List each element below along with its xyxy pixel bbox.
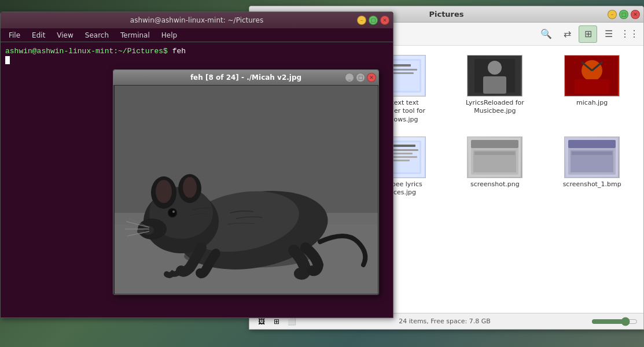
view-compact-button[interactable]: ⋮⋮: [620, 25, 639, 43]
svg-rect-15: [483, 76, 506, 94]
file-name: LyricsReloaded for Musicbee.jpg: [463, 99, 527, 116]
svg-rect-18: [575, 79, 609, 94]
terminal-line-2: [5, 56, 388, 64]
terminal-prompt: ashwin@ashwin-linux-mint:~/Pictures$: [5, 47, 168, 56]
terminal-cursor: [5, 56, 10, 64]
svg-point-14: [488, 61, 502, 75]
search-button[interactable]: 🔍: [537, 25, 555, 43]
terminal-titlebar: ashwin@ashwin-linux-mint: ~/Pictures – □…: [1, 12, 393, 28]
nemo-window-controls: – □ ✕: [608, 10, 640, 19]
svg-rect-35: [471, 140, 518, 148]
svg-rect-38: [474, 157, 509, 160]
list-item[interactable]: screenshot.png: [450, 133, 541, 201]
svg-point-65: [172, 211, 175, 213]
nemo-maximize-button[interactable]: □: [619, 10, 628, 19]
file-thumbnail: [467, 55, 522, 97]
feh-image-area[interactable]: [113, 85, 378, 294]
terminal-minimize-button[interactable]: –: [357, 16, 366, 25]
feh-close-button[interactable]: ✕: [367, 73, 376, 82]
file-name: screenshot.png: [470, 180, 520, 189]
terminal-command: feh: [172, 47, 186, 56]
list-item[interactable]: micah.jpg: [546, 51, 638, 127]
feh-window: feh [8 of 24] - ./Micah v2.jpg _ □ ✕: [113, 69, 379, 295]
terminal-maximize-button[interactable]: □: [369, 16, 378, 25]
terminal-menubar: File Edit View Search Terminal Help: [1, 28, 393, 42]
menu-edit[interactable]: Edit: [26, 30, 51, 40]
menu-help[interactable]: Help: [156, 30, 183, 40]
svg-rect-41: [568, 140, 616, 148]
svg-rect-43: [572, 152, 612, 155]
nemo-title: Pictures: [429, 10, 463, 19]
toggle-pane-button[interactable]: ⇄: [558, 25, 576, 43]
statusbar-text: 24 items, Free space: 7.8 GB: [303, 318, 587, 325]
menu-view[interactable]: View: [51, 30, 79, 40]
file-thumbnail: [467, 136, 522, 178]
terminal-title: ashwin@ashwin-linux-mint: ~/Pictures: [5, 16, 388, 24]
file-thumbnail: [564, 55, 620, 97]
svg-point-64: [169, 209, 176, 216]
file-thumbnail: [564, 136, 620, 178]
feh-titlebar: feh [8 of 24] - ./Micah v2.jpg _ □ ✕: [113, 70, 378, 85]
view-list-button[interactable]: ☰: [599, 25, 618, 43]
menu-terminal[interactable]: Terminal: [115, 30, 156, 40]
feh-minimize-button[interactable]: _: [345, 73, 354, 82]
view-icons-button[interactable]: ⊞: [579, 25, 597, 43]
nemo-minimize-button[interactable]: –: [608, 10, 617, 19]
terminal-line: ashwin@ashwin-linux-mint:~/Pictures$ feh: [5, 47, 388, 56]
list-item[interactable]: screenshot_1.bmp: [546, 133, 638, 201]
terminal-close-button[interactable]: ✕: [380, 16, 389, 25]
feh-maximize-button[interactable]: □: [356, 73, 365, 82]
svg-rect-37: [474, 152, 515, 155]
terminal-window-controls: – □ ✕: [357, 16, 389, 25]
feh-title: feh [8 of 24] - ./Micah v2.jpg: [118, 73, 374, 82]
menu-file[interactable]: File: [3, 30, 26, 40]
file-name: micah.jpg: [576, 99, 608, 107]
svg-point-60: [156, 180, 172, 203]
list-item[interactable]: LyricsReloaded for Musicbee.jpg: [450, 51, 541, 127]
feh-window-controls: _ □ ✕: [345, 73, 376, 82]
feh-image: [115, 86, 378, 294]
file-name: screenshot_1.bmp: [563, 180, 621, 189]
zoom-slider[interactable]: [591, 317, 638, 326]
nemo-close-button[interactable]: ✕: [631, 10, 640, 19]
menu-search[interactable]: Search: [79, 30, 115, 40]
svg-point-62: [183, 177, 197, 198]
